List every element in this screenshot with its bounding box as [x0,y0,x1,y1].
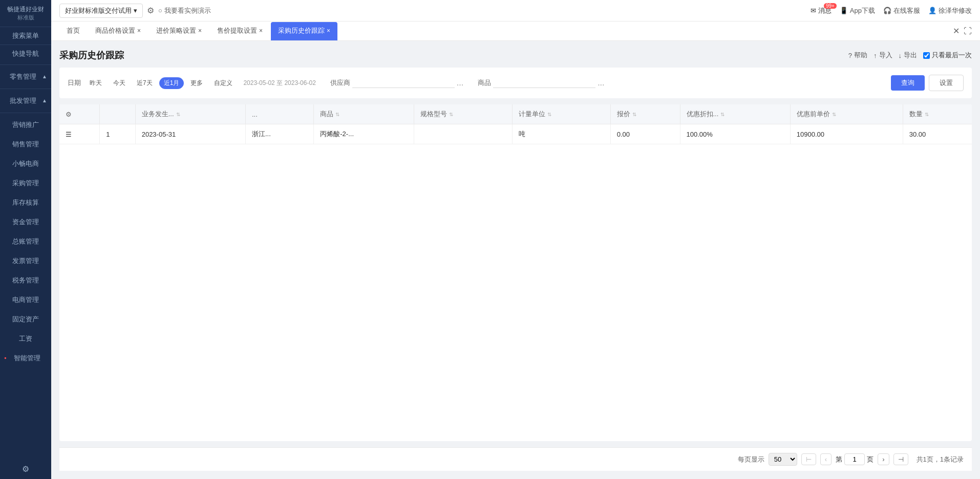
fullscreen-btn[interactable]: ⛶ [964,27,972,36]
messages-count: 99+ [824,3,837,9]
col-label-date: 业务发生... [142,110,174,119]
sidebar-label-accounting: 总账管理 [4,237,47,246]
date-btn-more[interactable]: 更多 [186,77,207,89]
last-page-btn[interactable]: ⊣ [893,453,908,465]
tab-close-purchase-history[interactable]: × [327,27,330,34]
tab-label-sale-price: 售价提取设置 [217,26,257,35]
tab-purchase-strategy[interactable]: 进价策略设置 × [149,22,209,40]
tabs-actions: ✕ ⛶ [953,26,972,36]
sidebar-item-sales[interactable]: 销售管理 [0,135,51,154]
chevron-down-icon: ▾ [134,7,137,14]
import-link[interactable]: ↑ 导入 [874,51,892,60]
sidebar-item-accounting[interactable]: 总账管理 [0,232,51,251]
supplier-ellipsis[interactable]: ... [457,78,463,88]
online-service-link[interactable]: 🎧 在线客服 [883,6,920,15]
sidebar-label-inventory: 库存核算 [4,198,47,207]
sort-icon-unit_price: ⇅ [832,112,836,117]
supplier-label: 供应商 [330,78,350,88]
tab-label-home: 首页 [67,26,80,35]
tab-close-purchase-strategy[interactable]: × [198,27,202,34]
export-icon: ↓ [899,52,902,59]
th-goods[interactable]: 商品⇅ [314,104,414,124]
tab-home[interactable]: 首页 [59,22,87,40]
filter-row: 日期 昨天今天近7天近1月更多自定义 2023-05-02 至 2023-06-… [68,75,964,91]
sidebar-search[interactable]: 搜索菜单 [0,27,51,45]
tab-close-price[interactable]: × [137,27,141,34]
th-date[interactable]: 业务发生...⇅ [135,104,245,124]
sidebar-item-purchase[interactable]: 采购管理 [0,173,51,193]
online-service-label: 在线客服 [893,6,920,15]
user-menu[interactable]: 👤 徐泽华修改 [928,6,972,15]
settings-icon[interactable]: ⚙ [22,465,29,473]
topbar-gear-icon[interactable]: ⚙ [147,6,154,15]
data-table: ⚙业务发生...⇅...商品⇅规格型号⇅计量单位⇅报价⇅优惠折扣...⇅优惠前单… [59,104,972,144]
close-tab-btn[interactable]: ✕ [953,26,960,36]
cell-spec [414,124,512,144]
help-link[interactable]: ? 帮助 [848,51,867,60]
next-page-btn[interactable]: › [878,453,889,465]
table-row[interactable]: ☰12023-05-31浙江...丙烯酸-2-...吨0.00100.00%10… [59,124,972,144]
sidebar-item-wholesale[interactable]: 批发管理▲ [0,91,51,111]
sidebar-quick-nav[interactable]: 快捷导航 [0,45,51,62]
demo-link[interactable]: ○ 我要看实例演示 [158,6,211,15]
sidebar-item-inventory[interactable]: 库存核算 [0,193,51,212]
per-page-select[interactable]: 102050100 [769,453,797,466]
th-unit[interactable]: 计量单位⇅ [512,104,610,124]
page-input[interactable] [844,453,865,465]
sidebar-item-payroll[interactable]: 工资 [0,329,51,349]
tab-sale-price[interactable]: 售价提取设置 × [210,22,270,40]
date-btn-yesterday[interactable]: 昨天 [85,77,106,89]
prev-page-btn[interactable]: ‹ [820,453,832,465]
main-area: 好业财标准版交付试用 ▾ ⚙ ○ 我要看实例演示 ✉ 消息 99+ 📱 App下… [51,0,980,479]
sidebar-label-tax: 税务管理 [4,276,47,285]
only-last-checkbox[interactable] [923,52,930,59]
goods-filter: 商品 ... [478,78,604,88]
goods-ellipsis[interactable]: ... [598,78,604,88]
app-download-label: App下载 [850,6,875,15]
tab-close-sale-price[interactable]: × [259,27,263,34]
sidebar-item-marketing[interactable]: 营销推广 [0,115,51,135]
date-btn-custom[interactable]: 自定义 [209,77,237,89]
goods-input[interactable] [493,78,595,88]
app-download-link[interactable]: 📱 App下载 [840,6,875,15]
sidebar-item-ecommerce[interactable]: 电商管理 [0,290,51,310]
logo-main: 畅捷通好业财 [4,5,47,14]
sidebar-item-retail[interactable]: 零售管理▲ [0,67,51,86]
th-unit_price[interactable]: 优惠前单价⇅ [790,104,903,124]
version-selector[interactable]: 好业财标准版交付试用 ▾ [59,4,143,18]
sidebar-label-wholesale: 批发管理 [4,96,42,105]
tab-price[interactable]: 商品价格设置 × [88,22,148,40]
date-btn-last7[interactable]: 近7天 [132,77,157,89]
sidebar-item-tax[interactable]: 税务管理 [0,271,51,290]
sidebar-item-smart[interactable]: ●智能管理 [0,349,51,368]
help-label: 帮助 [854,51,867,60]
sidebar-label-marketing: 营销推广 [4,120,47,129]
sidebar-item-invoice[interactable]: 发票管理 [0,251,51,271]
tab-purchase-history[interactable]: 采购历史价跟踪 × [271,22,337,40]
export-link[interactable]: ↓ 导出 [899,51,918,60]
col-label-quantity: 数量 [909,110,923,119]
th-quantity[interactable]: 数量⇅ [903,104,972,124]
sidebar-item-finance[interactable]: 资金管理 [0,212,51,232]
th-more: ... [245,104,313,124]
query-button[interactable]: 查询 [891,75,925,91]
th-price[interactable]: 报价⇅ [610,104,680,124]
sort-icon-discount: ⇅ [720,112,725,117]
sidebar-item-ecommerce-mini[interactable]: 小畅电商 [0,154,51,173]
first-page-btn[interactable]: ⊢ [801,453,816,465]
date-btn-today[interactable]: 今天 [109,77,130,89]
settings-button[interactable]: 设置 [929,75,964,91]
messages-btn[interactable]: ✉ 消息 99+ [811,6,832,15]
th-spec[interactable]: 规格型号⇅ [414,104,512,124]
sidebar-item-assets[interactable]: 固定资产 [0,310,51,329]
th-settings: ⚙ [59,104,100,124]
app-logo: 畅捷通好业财 标准版 [0,0,51,27]
divider-wholesale [0,113,51,113]
tab-label-purchase-history: 采购历史价跟踪 [278,26,325,35]
supplier-input[interactable] [352,78,455,88]
th-discount[interactable]: 优惠折扣...⇅ [680,104,790,124]
cell-more: 浙江... [245,124,313,144]
date-btn-last1month[interactable]: 近1月 [159,77,184,89]
demo-label: 我要看实例演示 [164,6,211,15]
topbar: 好业财标准版交付试用 ▾ ⚙ ○ 我要看实例演示 ✉ 消息 99+ 📱 App下… [51,0,980,21]
